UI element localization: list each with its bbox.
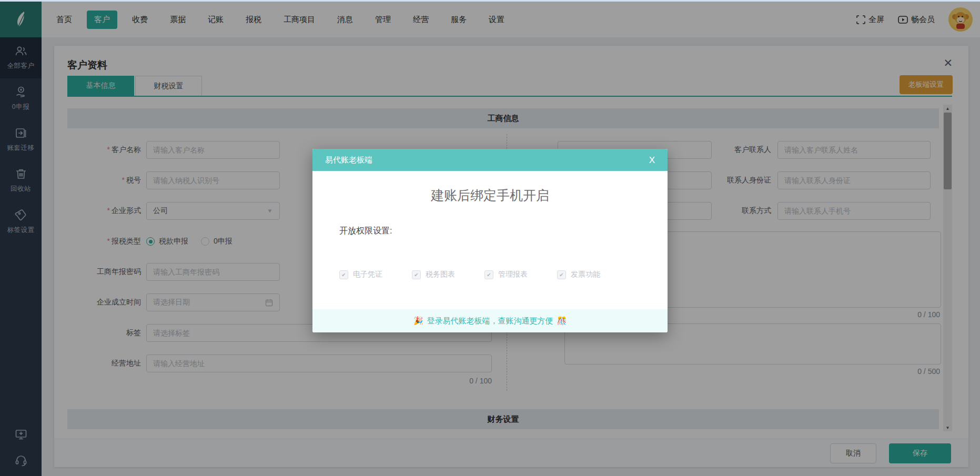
checkbox-checked-icon: ✔ [339, 270, 348, 279]
checkbox-checked-icon: ✔ [484, 270, 493, 279]
checkbox-checked-icon: ✔ [412, 270, 421, 279]
permissions-row: ✔ 电子凭证 ✔ 税务图表 ✔ 管理报表 ✔ 发票功能 [339, 270, 600, 279]
permission-label: 管理报表 [498, 270, 528, 279]
permission-evoucher[interactable]: ✔ 电子凭证 [339, 270, 382, 279]
modal-footer-link[interactable]: 🎉 登录易代账老板端，查账沟通更方便 🎊 [312, 309, 668, 332]
modal-header: 易代账老板端 X [312, 149, 668, 171]
app-screen: 首页 客户 收费 票据 记账 报税 工商项目 消息 管理 经营 服务 设置 全屏 [0, 0, 980, 476]
permission-label: 税务图表 [426, 270, 455, 279]
modal-close-icon[interactable]: X [649, 156, 655, 165]
permission-label: 电子凭证 [353, 270, 382, 279]
modal-title: 易代账老板端 [325, 155, 649, 165]
party-popper-icon: 🎉 [413, 316, 423, 326]
permission-management-reports[interactable]: ✔ 管理报表 [484, 270, 528, 279]
boss-client-modal: 易代账老板端 X 建账后绑定手机开启 开放权限设置: ✔ 电子凭证 ✔ 税务图表… [312, 149, 668, 332]
footer-link-text: 登录易代账老板端，查账沟通更方便 [427, 316, 553, 326]
permission-label: 发票功能 [571, 270, 600, 279]
permission-tax-charts[interactable]: ✔ 税务图表 [412, 270, 455, 279]
confetti-ball-icon: 🎊 [557, 316, 567, 326]
checkbox-checked-icon: ✔ [557, 270, 566, 279]
permissions-label: 开放权限设置: [339, 226, 392, 237]
permission-invoice-function[interactable]: ✔ 发票功能 [557, 270, 600, 279]
modal-heading: 建账后绑定手机开启 [312, 187, 668, 204]
top-edge-strip [0, 0, 980, 2]
